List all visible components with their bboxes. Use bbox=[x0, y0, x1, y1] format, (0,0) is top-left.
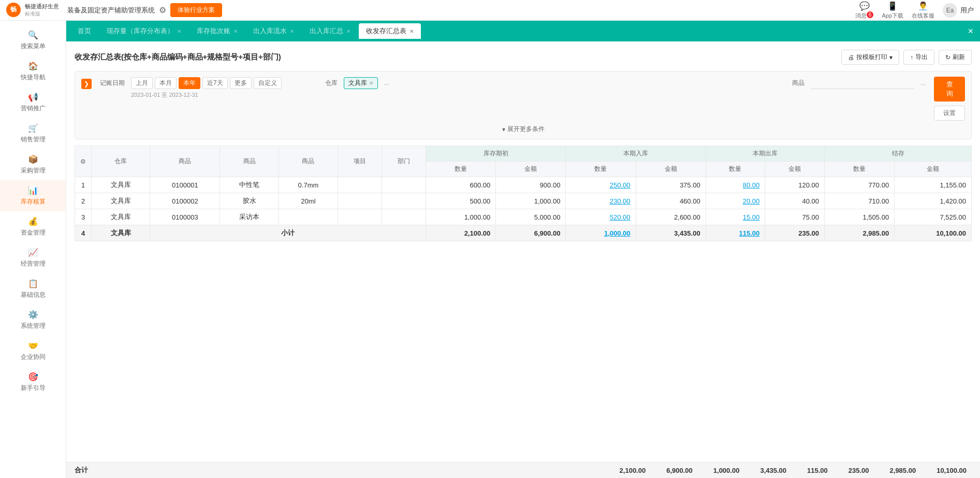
goods-dots[interactable]: ... bbox=[920, 79, 926, 86]
tab-inventory-dist[interactable]: 现存量（库存分布表） ✕ bbox=[99, 23, 188, 39]
row3-in-amt: 2,600.00 bbox=[636, 209, 706, 225]
row3-project bbox=[338, 209, 382, 225]
subtotal-bal-qty: 2,985.00 bbox=[825, 225, 895, 241]
sidebar-item-quick-nav[interactable]: 🏠 快捷导航 bbox=[0, 56, 66, 87]
refresh-icon: ↻ bbox=[945, 54, 950, 61]
col-dept: 部门 bbox=[382, 146, 426, 177]
user-group[interactable]: Ea 用户 bbox=[943, 3, 974, 18]
sidebar: 🔍 搜索菜单 🏠 快捷导航 📢 营销推广 🛒 销售管理 📦 采购管理 📊 bbox=[0, 21, 66, 478]
page-actions: 🖨 按模板打印 ▾ ↑ 导出 ↻ 刷新 bbox=[841, 50, 972, 65]
page-content: 收发存汇总表(按仓库+商品编码+商品+规格型号+项目+部门) 🖨 按模板打印 ▾… bbox=[66, 41, 980, 462]
tab-in-out-flow[interactable]: 出入库流水 ✕ bbox=[246, 23, 301, 39]
app-download-group[interactable]: 📱 App下载 bbox=[882, 1, 903, 20]
query-btn[interactable]: 查询 bbox=[934, 77, 965, 102]
message-icon-group[interactable]: 💬 消息6 bbox=[855, 1, 874, 20]
date-btn-this-year[interactable]: 本年 bbox=[179, 77, 200, 89]
row1-code: 0100001 bbox=[150, 177, 220, 193]
date-btn-custom[interactable]: 自定义 bbox=[254, 77, 282, 89]
page-title: 收发存汇总表(按仓库+商品编码+商品+规格型号+项目+部门) bbox=[75, 52, 281, 62]
tab-batch-account-close[interactable]: ✕ bbox=[233, 28, 238, 34]
industry-btn[interactable]: 体验行业方案 bbox=[170, 3, 222, 17]
row3-out-qty[interactable]: 15.00 bbox=[706, 209, 765, 225]
sidebar-item-sales[interactable]: 🛒 销售管理 bbox=[0, 118, 66, 149]
online-service-group[interactable]: 👨‍💼 在线客服 bbox=[912, 1, 934, 20]
row2-in-qty[interactable]: 230.00 bbox=[566, 193, 636, 209]
inventory-icon: 📊 bbox=[28, 185, 38, 195]
total-init-amt: 6,900.00 bbox=[666, 467, 693, 474]
row1-project bbox=[338, 177, 382, 193]
row3-no: 3 bbox=[75, 209, 92, 225]
sidebar-item-marketing[interactable]: 📢 营销推广 bbox=[0, 87, 66, 118]
settings-btn[interactable]: 设置 bbox=[934, 106, 965, 121]
expand-btn[interactable]: ▾ 展开更多条件 bbox=[81, 125, 965, 134]
sales-icon: 🛒 bbox=[28, 123, 38, 133]
sidebar-item-search[interactable]: 🔍 搜索菜单 bbox=[0, 25, 66, 56]
row3-bal-qty: 1,505.00 bbox=[825, 209, 895, 225]
goods-filter-label: 商品 bbox=[792, 79, 805, 88]
app-container: 畅 畅捷通好生意 标准版 装备及固定资产辅助管理系统 ⚙ 体验行业方案 💬 消息… bbox=[0, 0, 980, 478]
col-group-out: 本期出库 bbox=[706, 146, 824, 162]
goods-input[interactable] bbox=[811, 77, 914, 89]
subtotal-row: 4 文具库 小计 2,100.00 6,900.00 1,000.00 3,43… bbox=[75, 225, 972, 241]
filter-toggle-btn[interactable]: ❯ bbox=[81, 79, 92, 89]
tab-in-out-flow-close[interactable]: ✕ bbox=[290, 28, 294, 34]
row2-out-qty[interactable]: 20.00 bbox=[706, 193, 765, 209]
tab-batch-account[interactable]: 库存批次账 ✕ bbox=[189, 23, 245, 39]
search-icon: 🔍 bbox=[28, 30, 38, 40]
warehouse-dots[interactable]: ... bbox=[384, 79, 389, 86]
filter-fields: 记账日期 上月 本月 本年 近7天 更多 自定义 bbox=[100, 77, 926, 99]
export-icon: ↑ bbox=[910, 54, 913, 61]
subtotal-label: 小计 bbox=[150, 225, 426, 241]
sidebar-item-enterprise[interactable]: 🤝 企业协同 bbox=[0, 336, 66, 367]
export-btn[interactable]: ↑ 导出 bbox=[903, 50, 934, 65]
logo-text-block: 畅捷通好生意 标准版 bbox=[25, 3, 59, 17]
tab-close-all[interactable]: ✕ bbox=[968, 27, 974, 35]
sidebar-item-operations[interactable]: 📈 经营管理 bbox=[0, 242, 66, 273]
sidebar-item-system[interactable]: ⚙️ 系统管理 bbox=[0, 305, 66, 336]
service-icon: 👨‍💼 bbox=[918, 1, 928, 11]
print-btn[interactable]: 🖨 按模板打印 ▾ bbox=[841, 50, 899, 65]
row1-out-qty[interactable]: 80.00 bbox=[706, 177, 765, 193]
row3-bal-amt: 7,525.00 bbox=[895, 209, 972, 225]
expand-btn-label: 展开更多条件 bbox=[507, 125, 545, 134]
subtotal-in-qty[interactable]: 1,000.00 bbox=[566, 225, 636, 241]
row1-in-qty[interactable]: 250.00 bbox=[566, 177, 636, 193]
subtotal-no: 4 bbox=[75, 225, 92, 241]
row1-init-qty: 600.00 bbox=[426, 177, 496, 193]
tab-inventory-dist-close[interactable]: ✕ bbox=[177, 28, 181, 34]
sidebar-item-purchase[interactable]: 📦 采购管理 bbox=[0, 149, 66, 180]
tab-receive-send-label: 收发存汇总表 bbox=[366, 26, 406, 36]
tab-receive-send[interactable]: 收发存汇总表 ✕ bbox=[359, 23, 421, 39]
col-settings-icon[interactable]: ⚙ bbox=[75, 146, 92, 177]
logo-icon: 畅 bbox=[6, 3, 21, 17]
row3-init-amt: 5,000.00 bbox=[496, 209, 566, 225]
warehouse-tag-close[interactable]: ✕ bbox=[369, 80, 373, 86]
row1-bal-amt: 1,155.00 bbox=[895, 177, 972, 193]
date-btn-7days[interactable]: 近7天 bbox=[202, 77, 228, 89]
chevron-down-icon: ▾ bbox=[889, 54, 893, 61]
tab-in-out-summary-close[interactable]: ✕ bbox=[346, 28, 350, 34]
sidebar-label-operations: 经营管理 bbox=[21, 259, 46, 268]
sidebar-item-finance[interactable]: 💰 资金管理 bbox=[0, 211, 66, 242]
date-btn-last-month[interactable]: 上月 bbox=[131, 77, 153, 89]
tab-in-out-summary[interactable]: 出入库汇总 ✕ bbox=[302, 23, 358, 39]
date-btn-this-month[interactable]: 本月 bbox=[155, 77, 177, 89]
row2-project bbox=[338, 193, 382, 209]
subtotal-out-qty[interactable]: 115.00 bbox=[706, 225, 765, 241]
purchase-icon: 📦 bbox=[28, 154, 38, 164]
filter-main-row: ❯ 记账日期 上月 本月 本年 近7天 更 bbox=[81, 77, 965, 121]
sidebar-item-inventory[interactable]: 📊 库存核算 bbox=[0, 180, 66, 211]
warehouse-tag: 文具库 ✕ bbox=[344, 77, 378, 89]
sidebar-item-base-info[interactable]: 📋 基础信息 bbox=[0, 273, 66, 305]
subtotal-init-qty: 2,100.00 bbox=[426, 225, 496, 241]
gear-button[interactable]: ⚙ bbox=[159, 5, 166, 15]
refresh-btn[interactable]: ↻ 刷新 bbox=[939, 50, 972, 65]
bottom-bar: 合计 2,100.00 6,900.00 1,000.00 3,435.00 1… bbox=[66, 462, 980, 478]
tab-home[interactable]: 首页 bbox=[70, 23, 98, 39]
finance-icon: 💰 bbox=[28, 216, 38, 226]
col-bal-amt: 金额 bbox=[895, 162, 972, 177]
row3-in-qty[interactable]: 520.00 bbox=[566, 209, 636, 225]
sidebar-item-guide[interactable]: 🎯 新手引导 bbox=[0, 367, 66, 398]
date-btn-more[interactable]: 更多 bbox=[230, 77, 252, 89]
tab-receive-send-close[interactable]: ✕ bbox=[409, 28, 414, 34]
